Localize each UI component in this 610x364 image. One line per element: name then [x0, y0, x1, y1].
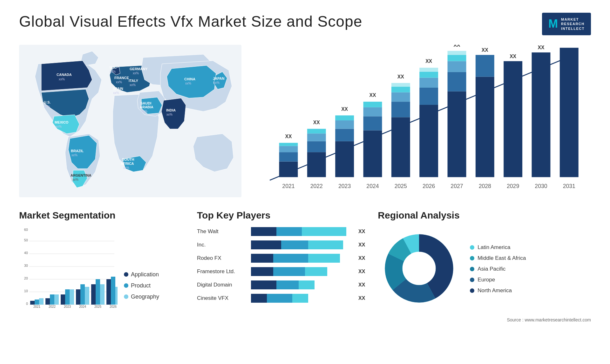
svg-rect-48	[419, 78, 438, 87]
segmentation-title: Market Segmentation	[19, 210, 184, 221]
svg-text:60: 60	[24, 228, 28, 232]
svg-rect-40	[391, 117, 410, 177]
svg-rect-20	[279, 161, 298, 177]
svg-text:10: 10	[24, 289, 28, 293]
svg-rect-32	[335, 120, 354, 129]
svg-text:2024: 2024	[366, 183, 379, 189]
svg-rect-22	[279, 146, 298, 152]
player-val-5: XX	[358, 282, 365, 288]
regional-chart: Latin America Middle East & Africa Asia …	[378, 227, 591, 311]
player-val-1: XX	[358, 229, 365, 234]
svg-rect-27	[307, 133, 326, 141]
svg-rect-101	[65, 289, 70, 305]
reg-legend-mea: Middle East & Africa	[470, 255, 591, 261]
svg-rect-64	[532, 52, 551, 177]
players-title: Top Key Players	[197, 210, 365, 221]
svg-text:XX: XX	[510, 54, 516, 59]
player-bar-wrap-3	[251, 254, 353, 263]
seg-chart: 0 10 20 30 40 50 60	[19, 227, 184, 310]
page-title: Global Visual Effects Vfx Market Size an…	[19, 13, 362, 30]
spain-label: SPAIN	[113, 87, 123, 91]
svg-text:xx%: xx%	[133, 71, 139, 75]
svg-rect-97	[50, 294, 54, 305]
svg-text:xx%: xx%	[59, 78, 65, 81]
na-dot	[470, 288, 474, 293]
southafrica-label: SOUTH	[122, 158, 134, 161]
france-label: FRANCE	[114, 76, 129, 80]
svg-text:XX: XX	[566, 45, 573, 46]
bottom-section: Market Segmentation 0 10 20 30 40 50 60	[19, 210, 591, 322]
donut-svg	[378, 227, 460, 310]
svg-rect-105	[80, 284, 85, 305]
svg-rect-25	[307, 152, 326, 177]
svg-rect-114	[115, 287, 118, 305]
reg-legend-latin: Latin America	[470, 244, 591, 251]
svg-rect-41	[391, 102, 410, 117]
logo-letter: M	[548, 17, 558, 30]
svg-text:50: 50	[24, 238, 28, 242]
player-val-3: XX	[358, 255, 365, 261]
svg-text:2022: 2022	[310, 183, 323, 189]
svg-rect-112	[106, 279, 111, 305]
seg-legend: Application Product Geography	[124, 271, 175, 310]
player-row-3: Rodeo FX XX	[197, 254, 365, 263]
svg-rect-49	[419, 72, 438, 78]
svg-text:XX: XX	[482, 47, 488, 53]
legend-product: Product	[124, 282, 175, 289]
player-name-2: Inc.	[197, 242, 248, 248]
svg-text:30: 30	[24, 264, 28, 267]
player-row-1: The Walt XX	[197, 227, 365, 236]
player-bar-wrap-1	[251, 227, 353, 236]
us-label: U.S.	[44, 100, 51, 104]
geography-dot	[124, 294, 128, 299]
svg-rect-42	[391, 92, 410, 102]
legend-application: Application	[124, 271, 175, 278]
svg-rect-62	[504, 61, 522, 177]
svg-rect-110	[100, 284, 105, 305]
player-name-6: Cinesite VFX	[197, 295, 248, 301]
svg-text:XX: XX	[453, 45, 460, 48]
svg-rect-98	[54, 294, 59, 305]
player-bar-wrap-2	[251, 240, 353, 249]
mexico-label: MEXICO	[55, 120, 69, 124]
player-val-4: XX	[358, 269, 365, 274]
svg-rect-37	[363, 107, 382, 116]
player-name-1: The Walt	[197, 228, 248, 235]
player-name-3: Rodeo FX	[197, 255, 248, 261]
legend-geography: Geography	[124, 293, 175, 300]
svg-text:xx%: xx%	[214, 81, 220, 84]
latin-dot	[470, 245, 474, 250]
argentina-label: ARGENTINA	[71, 173, 91, 177]
svg-text:XX: XX	[313, 120, 320, 125]
svg-rect-55	[448, 55, 466, 61]
svg-rect-31	[335, 129, 354, 141]
svg-text:2026: 2026	[423, 183, 435, 189]
svg-rect-21	[279, 152, 298, 161]
svg-rect-26	[307, 141, 326, 152]
japan-label: JAPAN	[213, 77, 225, 80]
svg-text:20: 20	[24, 276, 28, 280]
reg-legend-asia: Asia Pacific	[470, 266, 591, 272]
svg-rect-104	[76, 289, 80, 305]
player-row-5: Digital Domain XX	[197, 280, 365, 289]
svg-text:2021: 2021	[282, 183, 295, 189]
svg-text:xx%: xx%	[56, 125, 62, 128]
svg-rect-113	[111, 277, 115, 305]
svg-text:xx%: xx%	[110, 70, 116, 73]
svg-text:XX: XX	[425, 58, 432, 64]
svg-text:40: 40	[24, 251, 28, 255]
svg-text:xx%: xx%	[123, 166, 129, 170]
svg-rect-106	[85, 287, 89, 305]
player-row-4: Framestore Ltd. XX	[197, 267, 365, 276]
growth-bar-chart: XX XX XX XX	[254, 45, 591, 197]
svg-rect-59	[476, 55, 494, 77]
player-name-4: Framestore Ltd.	[197, 268, 248, 275]
mea-dot	[470, 256, 474, 260]
donut-area	[378, 227, 460, 311]
svg-text:xx%: xx%	[71, 153, 78, 157]
bar-chart-container: XX XX XX XX	[254, 45, 591, 197]
uk-label: U.K.	[110, 65, 117, 69]
svg-text:XX: XX	[369, 92, 376, 98]
svg-text:2023: 2023	[64, 305, 71, 308]
source-text: Source : www.marketresearchintellect.com	[378, 317, 591, 322]
